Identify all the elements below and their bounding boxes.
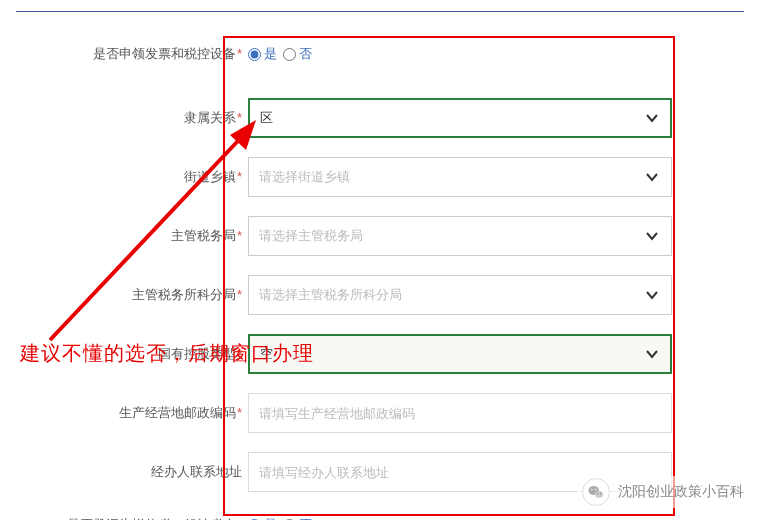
select-placeholder: 请选择主管税务局 — [259, 227, 363, 245]
select-township[interactable]: 请选择街道乡镇 — [248, 157, 672, 197]
row-postal-code: 生产经营地邮政编码* — [0, 393, 672, 433]
row-tax-branch: 主管税务所科分局* 请选择主管税务所科分局 — [0, 275, 672, 315]
row-tax-bureau: 主管税务局* 请选择主管税务局 — [0, 216, 672, 256]
radio-label-no: 否 — [299, 516, 312, 520]
radio-group-vat: 是 否 — [248, 516, 312, 520]
row-vat-taxpayer: 是否登记为增值税一般纳税人* 是 否 — [0, 516, 672, 520]
label-text: 是否申领发票和税控设备 — [93, 46, 236, 61]
select-placeholder: 请选择主管税务所科分局 — [259, 286, 402, 304]
label-invoice-equipment: 是否申领发票和税控设备* — [0, 45, 248, 63]
row-township: 街道乡镇* 请选择街道乡镇 — [0, 157, 672, 197]
input-postal-code-wrap — [248, 393, 672, 433]
label-text: 经办人联系地址 — [151, 464, 242, 479]
label-township: 街道乡镇* — [0, 168, 248, 186]
required-mark: * — [237, 46, 242, 61]
radio-input-yes[interactable] — [248, 48, 261, 61]
chevron-down-icon — [646, 230, 658, 242]
radio-label-yes: 是 — [264, 516, 277, 520]
chevron-down-icon — [646, 289, 658, 301]
label-vat-taxpayer: 是否登记为增值税一般纳税人* — [0, 516, 248, 520]
label-text: 隶属关系 — [184, 110, 236, 125]
chevron-down-icon — [646, 348, 658, 360]
radio-invoice-yes[interactable]: 是 — [248, 45, 277, 63]
label-text: 街道乡镇 — [184, 169, 236, 184]
svg-point-3 — [595, 491, 603, 498]
annotation-text: 建议不懂的选否，后期窗口办理 — [20, 340, 314, 367]
select-township-wrap: 请选择街道乡镇 — [248, 157, 672, 197]
svg-point-4 — [591, 489, 593, 491]
select-tax-branch[interactable]: 请选择主管税务所科分局 — [248, 275, 672, 315]
label-text: 主管税务所科分局 — [132, 287, 236, 302]
select-placeholder: 请选择街道乡镇 — [259, 168, 350, 186]
label-text: 生产经营地邮政编码 — [119, 405, 236, 420]
row-affiliation: 隶属关系* 区 — [0, 98, 672, 138]
row-invoice-equipment: 是否申领发票和税控设备* 是 否 — [0, 45, 672, 63]
select-tax-bureau-wrap: 请选择主管税务局 — [248, 216, 672, 256]
form-area: 是否申领发票和税控设备* 是 否 隶属关系* 区 — [0, 45, 762, 520]
row-agent-address: 经办人联系地址 — [0, 452, 672, 492]
required-mark: * — [237, 169, 242, 184]
radio-label-no: 否 — [299, 45, 312, 63]
radio-group-invoice: 是 否 — [248, 45, 312, 63]
svg-point-7 — [600, 493, 601, 494]
required-mark: * — [237, 405, 242, 420]
radio-label-yes: 是 — [264, 45, 277, 63]
label-postal-code: 生产经营地邮政编码* — [0, 404, 248, 422]
select-affiliation[interactable]: 区 — [248, 98, 672, 138]
radio-input-no[interactable] — [283, 48, 296, 61]
svg-point-5 — [595, 489, 597, 491]
radio-invoice-no[interactable]: 否 — [283, 45, 312, 63]
svg-point-6 — [597, 493, 598, 494]
chevron-down-icon — [646, 171, 658, 183]
radio-vat-no[interactable]: 否 — [283, 516, 312, 520]
required-mark: * — [237, 110, 242, 125]
label-tax-branch: 主管税务所科分局* — [0, 286, 248, 304]
select-affiliation-wrap: 区 — [248, 98, 672, 138]
required-mark: * — [237, 228, 242, 243]
chevron-down-icon — [646, 112, 658, 124]
top-divider — [16, 11, 744, 12]
watermark-text: 沈阳创业政策小百科 — [618, 483, 744, 501]
label-tax-bureau: 主管税务局* — [0, 227, 248, 245]
label-affiliation: 隶属关系* — [0, 109, 248, 127]
select-value: 区 — [260, 109, 273, 127]
select-tax-branch-wrap: 请选择主管税务所科分局 — [248, 275, 672, 315]
select-tax-bureau[interactable]: 请选择主管税务局 — [248, 216, 672, 256]
label-agent-address: 经办人联系地址 — [0, 463, 248, 481]
required-mark: * — [237, 287, 242, 302]
wechat-icon — [582, 478, 610, 506]
input-postal-code[interactable] — [248, 393, 672, 433]
radio-vat-yes[interactable]: 是 — [248, 516, 277, 520]
wechat-watermark: 沈阳创业政策小百科 — [578, 476, 748, 508]
label-text: 主管税务局 — [171, 228, 236, 243]
